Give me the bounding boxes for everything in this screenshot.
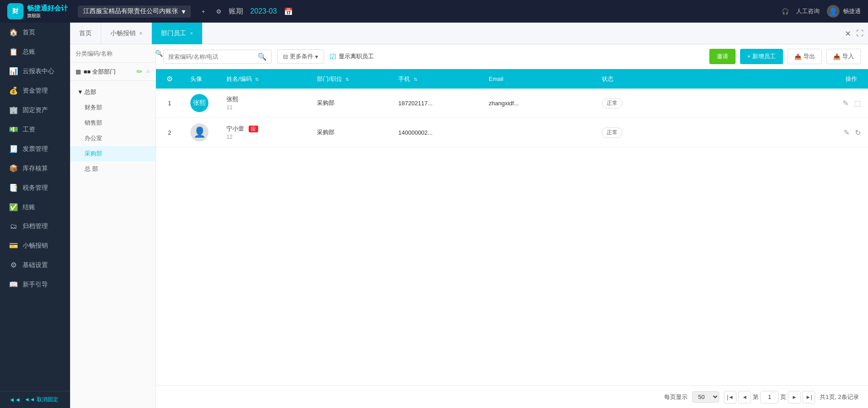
name-column-header[interactable]: 姓名/编码 ⇅	[219, 69, 310, 89]
sidebar-item-guide[interactable]: 📖 新手引导	[0, 275, 70, 294]
row1-status-badge: 正常	[602, 98, 623, 108]
dept-node-sales[interactable]: 销售部	[70, 115, 156, 131]
guide-icon: 📖	[9, 280, 18, 289]
dept-edit-icon[interactable]: ✏	[137, 67, 142, 76]
sidebar-item-payroll[interactable]: 💵 工资	[0, 120, 70, 139]
first-page-button[interactable]: |◄	[724, 391, 736, 403]
row1-code: 11	[226, 104, 302, 111]
sidebar-item-assets[interactable]: 🏢 固定资产	[0, 100, 70, 120]
tab-close-all-icon[interactable]: ✕	[845, 29, 851, 38]
filter-button[interactable]: ⊟ 更多条件 ▾	[277, 49, 324, 64]
tab-expense[interactable]: 小畅报销 ×	[101, 23, 152, 44]
sidebar-item-funds[interactable]: 💰 资金管理	[0, 81, 70, 100]
tab-home[interactable]: 首页	[70, 23, 101, 44]
sidebar-label-settings: 基础设置	[23, 261, 48, 269]
department-sidebar: 🔍 ▦ ■■ 全部部门 ✏ « ▼ 总部 财务部 销售部 办公室 采购部 总 部	[70, 44, 156, 408]
invite-button[interactable]: 邀请	[709, 49, 736, 64]
company-dropdown-icon[interactable]: ▾	[182, 7, 185, 16]
row1-avatar: 张熙	[190, 94, 208, 112]
avatar-header-label: 头像	[190, 75, 202, 82]
phone-sort-icon[interactable]: ⇅	[414, 77, 417, 82]
next-page-button[interactable]: ►	[788, 391, 801, 403]
settings-button[interactable]: ⚙	[216, 8, 222, 15]
dept-all-label[interactable]: ▦ ■■ 全部部门	[75, 68, 116, 76]
tab-expense-close[interactable]: ×	[139, 30, 142, 37]
sidebar-item-archive[interactable]: 🗂 归档管理	[0, 217, 70, 236]
prev-page-button[interactable]: ◄	[738, 391, 751, 403]
unpin-icon: ◄◄	[9, 396, 21, 403]
add-employee-button[interactable]: + 新增员工	[740, 49, 783, 64]
tax-icon: 📑	[9, 183, 18, 192]
show-resigned-option[interactable]: ☑ 显示离职员工	[330, 52, 374, 61]
phone-header-label: 手机	[398, 75, 410, 82]
row1-edit-icon[interactable]: ✎	[843, 99, 849, 108]
company-selector[interactable]: 江西服宝精品有限责任公司内账张 ▾	[78, 5, 191, 18]
row1-email: zhangxidf...	[489, 100, 519, 107]
dept-node-office[interactable]: 办公室	[70, 131, 156, 146]
name-sort-icon[interactable]: ⇅	[255, 77, 259, 82]
row2-status-badge: 正常	[602, 127, 623, 138]
import-button[interactable]: 📥 导入	[826, 49, 861, 64]
row2-edit-icon[interactable]: ✎	[844, 128, 849, 137]
row2-phone-cell: 140000002...	[391, 118, 481, 147]
sidebar-item-expense[interactable]: 💳 小畅报销	[0, 236, 70, 255]
row1-phone-cell: 187202117...	[391, 89, 481, 118]
sidebar-label-checkout: 结账	[23, 203, 35, 211]
dept-node-parent[interactable]: ▼ 总部	[70, 84, 156, 100]
period-value[interactable]: 2023-03	[250, 7, 277, 15]
dept-search-input[interactable]	[75, 50, 151, 57]
avatar-icon: 👤	[829, 7, 838, 16]
tab-department[interactable]: 部门员工 ×	[152, 23, 203, 44]
phone-column-header[interactable]: 手机 ⇅	[391, 69, 481, 89]
logo-text: 畅捷通好会计 旗舰版	[27, 4, 68, 19]
row1-name-cell: 张熙 11	[219, 89, 310, 118]
unpin-button[interactable]: ◄◄ ◄◄ 取消固定	[0, 391, 70, 408]
payroll-icon: 💵	[9, 125, 18, 134]
employee-toolbar: 🔍 ⊟ 更多条件 ▾ ☑ 显示离职员工 邀请 + 新增员工 📤 导出	[156, 44, 868, 69]
sidebar-item-checkout[interactable]: ✅ 结账	[0, 197, 70, 217]
per-page-select[interactable]: 50 100 200	[692, 391, 719, 403]
row2-refresh-icon[interactable]: ↻	[855, 128, 861, 137]
customer-service-label[interactable]: 人工咨询	[796, 7, 820, 15]
table-row: 1 张熙 张熙 11 采购部	[156, 89, 868, 118]
dept-node-general[interactable]: 总 部	[70, 161, 156, 177]
settings-column-header[interactable]: ⚙	[156, 69, 183, 89]
employee-search-input[interactable]	[168, 53, 254, 60]
dept-node-finance[interactable]: 财务部	[70, 100, 156, 115]
funds-icon: 💰	[9, 86, 18, 95]
sidebar-item-invoice[interactable]: 🧾 发票管理	[0, 139, 70, 159]
dept-collapse-icon[interactable]: «	[146, 67, 150, 76]
add-button[interactable]: +	[202, 8, 205, 15]
sidebar-item-home[interactable]: 🏠 首页	[0, 23, 70, 42]
dept-header: ▦ ■■ 全部部门 ✏ «	[70, 63, 156, 81]
sidebar-item-tax[interactable]: 📑 税务管理	[0, 178, 70, 197]
tab-expense-label: 小畅报销	[110, 29, 136, 38]
show-resigned-label: 显示离职员工	[339, 52, 374, 61]
dept-column-header[interactable]: 部门/职位 ⇅	[310, 69, 391, 89]
row2-dept-cell: 采购部	[310, 118, 391, 147]
email-column-header: Email	[481, 69, 594, 89]
sidebar-item-ledger[interactable]: 📋 总账	[0, 42, 70, 61]
table-settings-gear-icon[interactable]: ⚙	[166, 75, 173, 83]
tab-expand-icon[interactable]: ⛶	[856, 29, 863, 38]
filter-icon: ⊟	[283, 53, 288, 60]
calendar-icon[interactable]: 📅	[284, 7, 293, 16]
row1-more-icon[interactable]: ⬚	[854, 99, 861, 108]
sidebar-item-settings[interactable]: ⚙ 基础设置	[0, 255, 70, 275]
last-page-button[interactable]: ►|	[802, 391, 815, 403]
unpin-label: ◄◄ 取消固定	[24, 396, 58, 403]
export-label: 导出	[803, 52, 815, 61]
sidebar-item-reports[interactable]: 📊 云报表中心	[0, 61, 70, 81]
sidebar-item-inventory[interactable]: 📦 库存核算	[0, 159, 70, 178]
tab-department-close[interactable]: ×	[190, 30, 193, 37]
dept-node-purchase[interactable]: 采购部	[70, 146, 156, 161]
sidebar: 🏠 首页 📋 总账 📊 云报表中心 💰 资金管理 🏢 固定资产 💵 工资 🧾 发…	[0, 23, 70, 408]
dept-sort-icon[interactable]: ⇅	[345, 77, 349, 82]
period-label: 账期	[229, 7, 243, 16]
row1-phone: 187202117...	[398, 100, 433, 107]
row2-badge: 应	[249, 126, 258, 132]
export-button[interactable]: 📤 导出	[788, 49, 822, 64]
tab-end-icons: ✕ ⛶	[845, 29, 863, 38]
employee-search-icon[interactable]: 🔍	[258, 52, 267, 61]
page-number-input[interactable]	[760, 391, 778, 403]
